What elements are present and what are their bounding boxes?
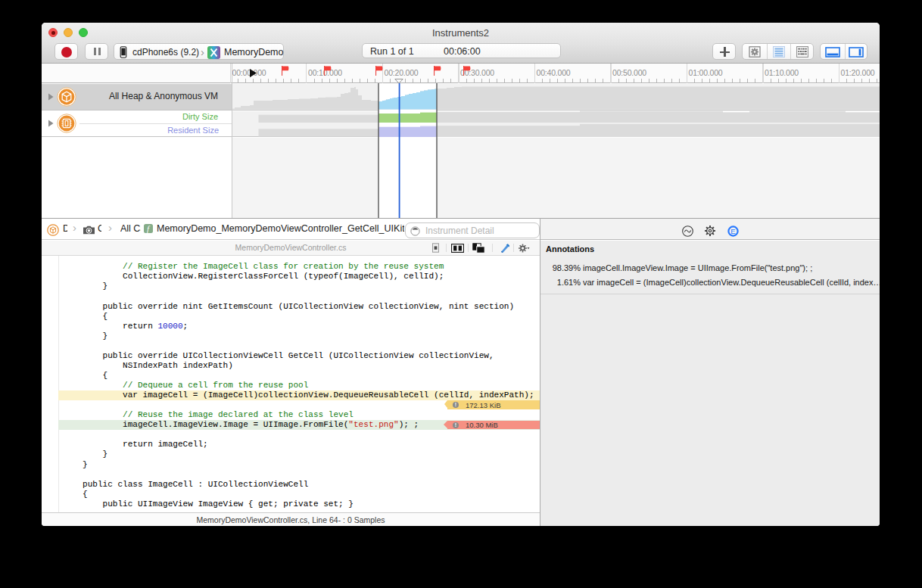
svg-text:E: E — [730, 227, 735, 235]
